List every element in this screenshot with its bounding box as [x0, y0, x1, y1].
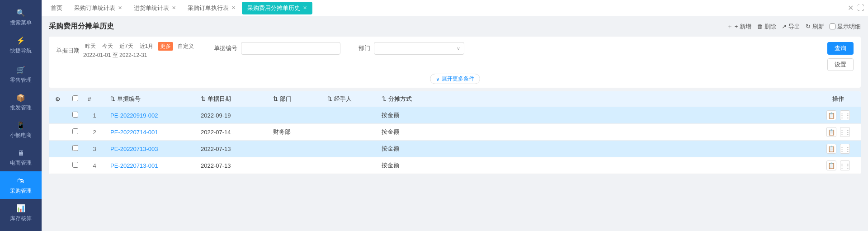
- row-settings-3: [49, 157, 67, 174]
- shortcut-1month[interactable]: 近1月: [138, 42, 156, 51]
- col-date[interactable]: ⇅ 单据日期: [196, 91, 269, 107]
- row-handler-3: [323, 157, 377, 174]
- row-edit-btn-1[interactable]: 📋: [826, 127, 836, 137]
- col-method[interactable]: ⇅ 分摊方式: [377, 91, 816, 107]
- shortcut-7days[interactable]: 近7天: [118, 42, 135, 51]
- doc-no-input[interactable]: [241, 42, 340, 55]
- row-method-2: 按金额: [377, 141, 816, 157]
- export-button[interactable]: ↗ 导出: [782, 23, 800, 31]
- table-body: 1 PE-20220919-002 2022-09-19 按金额 📋 ⋮⋮ 2 …: [49, 107, 861, 174]
- export-icon: ↗: [782, 23, 787, 30]
- row-doc-no-link-2[interactable]: PE-20220713-003: [110, 146, 158, 152]
- tab-purchase-cost-split[interactable]: 采购费用分摊单历史 ✕: [242, 2, 312, 14]
- dept-search-field: 部门 ∨: [359, 42, 815, 55]
- tab-inbound-stats[interactable]: 进货单统计表 ✕: [128, 2, 181, 14]
- dept-select[interactable]: ∨: [374, 42, 464, 55]
- row-checkbox-2[interactable]: [67, 141, 83, 157]
- col-checkbox[interactable]: [67, 91, 83, 107]
- delete-icon: 🗑: [757, 23, 763, 30]
- tab-close-purchase-cost-split[interactable]: ✕: [303, 5, 307, 11]
- row-edit-btn-2[interactable]: 📋: [826, 144, 836, 154]
- shortcut-custom[interactable]: 自定义: [176, 42, 196, 51]
- data-table: ⚙ # ⇅ 单据编号 ⇅: [49, 91, 861, 174]
- main-area: 首页 采购订单统计表 ✕ 进货单统计表 ✕ 采购订单执行表 ✕ 采购费用分摊单历…: [42, 0, 868, 231]
- sidebar-item-inventory[interactable]: 📊 库存核算: [0, 199, 42, 226]
- sort-icon-doc-no: ⇅: [110, 95, 115, 102]
- doc-no-label: 单据编号: [214, 44, 237, 52]
- show-columns-checkbox[interactable]: [830, 24, 835, 29]
- page-header: 采购费用分摊单历史 ＋ + 新增 🗑 删除 ↗ 导出 ↻ 刷新: [49, 22, 861, 31]
- row-dept-1: 财务部: [269, 124, 323, 141]
- shortcut-today[interactable]: 今天: [100, 42, 115, 51]
- sidebar-item-quick-nav[interactable]: ⚡ 快捷导航: [0, 31, 42, 59]
- search-button[interactable]: 查询: [827, 42, 854, 55]
- row-doc-no-1: PE-20220714-001: [106, 124, 196, 141]
- date-range-display: 2022-01-01 至 2022-12-31: [83, 52, 196, 59]
- sidebar-item-wholesale[interactable]: 📦 批发管理: [0, 89, 42, 116]
- row-dept-0: [269, 107, 323, 124]
- tab-purchase-order-stats[interactable]: 采购订单统计表 ✕: [69, 2, 127, 14]
- row-select-3[interactable]: [72, 162, 78, 168]
- tab-home[interactable]: 首页: [45, 2, 68, 14]
- row-settings-0: [49, 107, 67, 124]
- select-all-checkbox[interactable]: [72, 95, 78, 101]
- row-more-btn-0[interactable]: ⋮⋮: [840, 110, 850, 120]
- row-doc-no-link-0[interactable]: PE-20220919-002: [110, 112, 158, 119]
- sidebar-item-mobile-commerce[interactable]: 📱 小畅电商: [0, 116, 42, 144]
- tab-close-inbound-stats[interactable]: ✕: [172, 5, 176, 11]
- delete-button[interactable]: 🗑 删除: [757, 23, 776, 31]
- show-columns-toggle[interactable]: 显示明细: [830, 23, 861, 31]
- shortcut-yesterday[interactable]: 昨天: [83, 42, 98, 51]
- settings-icon: ⚙: [55, 96, 61, 103]
- refresh-button[interactable]: ↻ 刷新: [806, 23, 824, 31]
- sort-icon-date: ⇅: [201, 95, 206, 102]
- row-handler-2: [323, 141, 377, 157]
- retail-icon: 🛒: [2, 65, 40, 75]
- settings-button[interactable]: 设置: [827, 58, 854, 71]
- quick-nav-icon: ⚡: [2, 36, 40, 46]
- row-edit-btn-0[interactable]: 📋: [826, 110, 836, 120]
- tab-close-purchase-order-exec[interactable]: ✕: [231, 5, 236, 11]
- row-checkbox-0[interactable]: [67, 107, 83, 124]
- row-more-btn-2[interactable]: ⋮⋮: [840, 144, 850, 154]
- dept-dropdown-icon: ∨: [457, 46, 460, 52]
- row-date-0: 2022-09-19: [196, 107, 269, 124]
- row-more-btn-1[interactable]: ⋮⋮: [840, 127, 850, 137]
- sidebar-item-ecommerce[interactable]: 🖥 电商管理: [0, 144, 42, 171]
- row-checkbox-3[interactable]: [67, 157, 83, 174]
- col-handler[interactable]: ⇅ 经手人: [323, 91, 377, 107]
- sidebar-item-finance[interactable]: 💰 资金管理: [0, 227, 42, 231]
- expand-more-button[interactable]: ∨ 展开更多条件: [430, 74, 480, 84]
- row-doc-no-2: PE-20220713-003: [106, 141, 196, 157]
- row-date-3: 2022-07-13: [196, 157, 269, 174]
- row-select-0[interactable]: [72, 112, 78, 118]
- row-method-0: 按金额: [377, 107, 816, 124]
- col-dept[interactable]: ⇅ 部门: [269, 91, 323, 107]
- sort-icon-handler: ⇅: [327, 95, 332, 102]
- dept-label: 部门: [359, 44, 370, 52]
- row-select-1[interactable]: [72, 128, 78, 134]
- row-more-btn-3[interactable]: ⋮⋮: [840, 160, 850, 170]
- row-select-2[interactable]: [72, 145, 78, 151]
- close-all-tabs-icon[interactable]: ✕: [848, 4, 854, 12]
- sidebar-item-search[interactable]: 🔍 搜索菜单: [0, 4, 42, 31]
- add-button[interactable]: ＋ + 新增: [727, 23, 751, 31]
- tab-close-purchase-order-stats[interactable]: ✕: [118, 5, 122, 11]
- row-doc-no-link-3[interactable]: PE-20220713-001: [110, 162, 158, 169]
- col-doc-no[interactable]: ⇅ 单据编号: [106, 91, 196, 107]
- inventory-icon: 📊: [2, 203, 40, 213]
- tab-bar: 首页 采购订单统计表 ✕ 进货单统计表 ✕ 采购订单执行表 ✕ 采购费用分摊单历…: [42, 0, 868, 16]
- tab-purchase-order-exec[interactable]: 采购订单执行表 ✕: [182, 2, 241, 14]
- sort-icon-dept: ⇅: [273, 95, 278, 102]
- row-doc-no-link-1[interactable]: PE-20220714-001: [110, 129, 158, 136]
- col-actions: 操作: [816, 91, 861, 107]
- expand-more-section: ∨ 展开更多条件: [56, 74, 854, 84]
- row-edit-btn-3[interactable]: 📋: [826, 160, 836, 170]
- toolbar-actions: ＋ + 新增 🗑 删除 ↗ 导出 ↻ 刷新 显示明细: [727, 23, 861, 31]
- sidebar-item-retail[interactable]: 🛒 零售管理: [0, 61, 42, 88]
- sidebar-item-purchase[interactable]: 🛍 采购管理: [0, 171, 42, 199]
- maximize-icon[interactable]: ⛶: [857, 4, 864, 12]
- shortcut-more[interactable]: 更多: [158, 42, 173, 51]
- row-checkbox-1[interactable]: [67, 124, 83, 141]
- col-settings[interactable]: ⚙: [49, 91, 67, 107]
